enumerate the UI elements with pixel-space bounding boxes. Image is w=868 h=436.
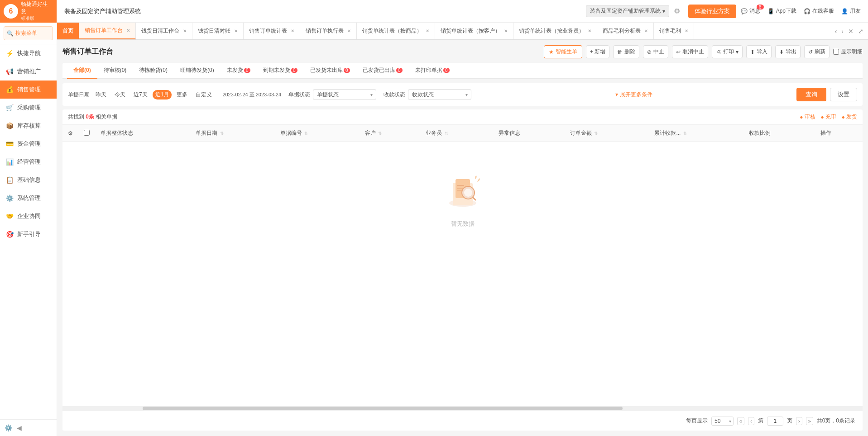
industry-solution-button[interactable]: 体验行业方案 — [688, 5, 736, 18]
sidebar-item-quick-nav[interactable]: ⚡ 快捷导航 — [0, 44, 57, 62]
tab-sales-customer-close[interactable]: ✕ — [504, 28, 508, 33]
refresh-button[interactable]: ↺ 刷新 — [804, 45, 830, 58]
sidebar-item-finance[interactable]: 💳 资金管理 — [0, 135, 57, 153]
tab-sales-staff[interactable]: 销货单统计表（按业务员） ✕ — [513, 23, 597, 39]
tab-close-all-button[interactable]: ✕ — [846, 27, 855, 36]
last-page-button[interactable]: » — [806, 417, 813, 425]
tab-gross-analysis[interactable]: 商品毛利分析表 ✕ — [597, 23, 654, 39]
filter-tab-pending-review[interactable]: 待审核(0) — [97, 63, 133, 79]
show-detail-checkbox[interactable]: 显示明细 — [833, 48, 863, 56]
online-service-button[interactable]: 🎧 在线客服 — [804, 7, 834, 15]
delete-button[interactable]: 🗑 删除 — [613, 45, 639, 58]
filter-tab-pending-pick[interactable]: 待拣验货(0) — [133, 63, 174, 79]
tab-sales-workbench[interactable]: 销售订单工作台 ✕ — [79, 23, 136, 39]
first-page-button[interactable]: « — [737, 417, 744, 425]
date-btn-yesterday[interactable]: 昨天 — [92, 90, 110, 100]
filter-tab-not-shipped[interactable]: 未发货 0 — [221, 63, 257, 79]
tab-cash-daily-close[interactable]: ✕ — [183, 28, 187, 33]
prev-page-button[interactable]: ‹ — [748, 417, 754, 425]
date-btn-1month[interactable]: 近1月 — [153, 90, 172, 100]
cancel-stop-button[interactable]: ↩ 取消中止 — [672, 45, 708, 58]
sidebar-item-sales[interactable]: 💰 销售管理 — [0, 81, 57, 99]
payment-select[interactable]: 收款状态 — [408, 89, 471, 100]
tab-sales-stats-close[interactable]: ✕ — [291, 28, 294, 33]
add-button[interactable]: + 新增 — [586, 45, 609, 58]
tab-sales-stats[interactable]: 销售订单统计表 ✕ — [244, 23, 300, 39]
print-button[interactable]: 🖨 打印 ▾ — [712, 45, 743, 58]
tab-cash-daily[interactable]: 钱货日清工作台 ✕ — [136, 23, 192, 39]
ship-action-button[interactable]: ● 发货 — [842, 113, 857, 121]
import-button[interactable]: ⬆ 导入 — [746, 45, 772, 58]
tab-cash-reconcile[interactable]: 钱货日清对账 ✕ — [192, 23, 244, 39]
module-dropdown-button[interactable]: 装备及固定资产辅助管理系统 ▾ — [586, 5, 669, 17]
date-btn-custom[interactable]: 自定义 — [192, 90, 215, 100]
filter-tab-shipped-out[interactable]: 已发货已出库 0 — [356, 63, 409, 79]
tab-home[interactable]: 首页 — [57, 23, 79, 39]
settings-bottom-icon[interactable]: ⚙️ — [5, 424, 12, 431]
collapse-icon[interactable]: ◀ — [17, 424, 22, 431]
sidebar-item-collab[interactable]: 🤝 企业协同 — [0, 207, 57, 225]
status-filter-label: 单据状态 — [288, 91, 310, 99]
tab-gross-analysis-close[interactable]: ✕ — [644, 28, 648, 33]
col-settings: ⚙ — [62, 125, 78, 142]
tab-sales-customer[interactable]: 销货单统计表（按客户） ✕ — [435, 23, 513, 39]
status-select[interactable]: 单据状态 — [313, 89, 376, 100]
tab-sales-product[interactable]: 销货单统计表（按商品） ✕ — [357, 23, 435, 39]
filter-tab-shipped-not-out[interactable]: 已发货未出库 0 — [304, 63, 356, 79]
scrollbar-thumb[interactable] — [143, 407, 623, 410]
col-customer[interactable]: 客户 ⇅ — [360, 125, 420, 142]
tab-sales-product-close[interactable]: ✕ — [426, 28, 429, 33]
export-button[interactable]: ⬇ 导出 — [775, 45, 801, 58]
date-btn-today[interactable]: 今天 — [111, 90, 129, 100]
filter-tab-not-printed[interactable]: 未打印单据 0 — [409, 63, 456, 79]
tab-scroll-left-button[interactable]: ‹ — [833, 27, 839, 36]
date-btn-more[interactable]: 更多 — [173, 90, 191, 100]
sidebar-item-marketing[interactable]: 📢 营销推广 — [0, 62, 57, 81]
page-size-select[interactable]: 50 100 200 — [711, 417, 734, 426]
search-button[interactable]: 查询 — [796, 88, 826, 101]
page-number-input[interactable] — [767, 417, 783, 426]
date-btn-7days[interactable]: 近7天 — [130, 90, 151, 100]
message-button[interactable]: 💬 消息 6 — [741, 7, 760, 15]
tab-sales-gross-close[interactable]: ✕ — [685, 28, 688, 33]
smart-create-button[interactable]: ★ 智能生单 — [544, 45, 582, 58]
col-date[interactable]: 单据日期 ⇅ — [190, 125, 275, 142]
select-all-checkbox[interactable] — [84, 130, 90, 136]
tab-sales-exec[interactable]: 销售订单执行表 ✕ — [300, 23, 357, 39]
tab-sales-workbench-close[interactable]: ✕ — [126, 28, 130, 33]
review-action-button[interactable]: ● 审核 — [800, 113, 815, 121]
filter-tab-all-label: 全部(0) — [73, 66, 91, 74]
not-printed-badge: 0 — [443, 68, 450, 73]
search-menu-button[interactable]: 🔍 搜索菜单 — [4, 26, 53, 40]
col-salesperson[interactable]: 业务员 ⇅ — [420, 125, 493, 142]
tab-scroll-right-button[interactable]: › — [839, 27, 845, 36]
stop-button[interactable]: ⊘ 中止 — [643, 45, 668, 58]
gear-icon[interactable]: ⚙ — [674, 7, 680, 15]
sidebar-item-ops[interactable]: 📊 经营管理 — [0, 153, 57, 171]
show-detail-input[interactable] — [833, 49, 839, 55]
filter-tab-all[interactable]: 全部(0) — [67, 63, 97, 79]
tab-sales-gross[interactable]: 销售毛利 ✕ — [654, 23, 694, 39]
sidebar-item-basic[interactable]: 📋 基础信息 — [0, 171, 57, 189]
unreviewed-action-button[interactable]: ● 充审 — [821, 113, 836, 121]
sidebar-item-guide[interactable]: 🎯 新手引导 — [0, 225, 57, 243]
tab-cash-reconcile-close[interactable]: ✕ — [234, 28, 238, 33]
filter-tab-wangpu[interactable]: 旺铺待发货(0) — [174, 63, 221, 79]
app-download-button[interactable]: 📱 App下载 — [767, 7, 796, 15]
col-amount[interactable]: 订单金额 ⇅ — [565, 125, 649, 142]
sidebar-item-inventory[interactable]: 📦 库存核算 — [0, 117, 57, 135]
filter-tab-overdue[interactable]: 到期未发货 0 — [257, 63, 304, 79]
tab-maximize-button[interactable]: ⤢ — [856, 27, 865, 36]
sidebar-item-system[interactable]: ⚙️ 系统管理 — [0, 189, 57, 207]
tab-sales-exec-close[interactable]: ✕ — [347, 28, 351, 33]
horizontal-scrollbar[interactable] — [62, 406, 863, 411]
user-menu-button[interactable]: 👤 用友 — [841, 7, 861, 15]
sidebar-item-purchase[interactable]: 🛒 采购管理 — [0, 99, 57, 117]
col-cumulative-payment[interactable]: 累计收款... ⇅ — [649, 125, 743, 142]
expand-conditions-button[interactable]: ▾ 展开更多条件 — [615, 91, 652, 99]
search-action-buttons: 查询 设置 — [796, 88, 857, 101]
setting-button[interactable]: 设置 — [830, 88, 857, 101]
next-page-button[interactable]: › — [796, 417, 802, 425]
tab-sales-staff-close[interactable]: ✕ — [588, 28, 591, 33]
col-number[interactable]: 单据编号 ⇅ — [275, 125, 360, 142]
